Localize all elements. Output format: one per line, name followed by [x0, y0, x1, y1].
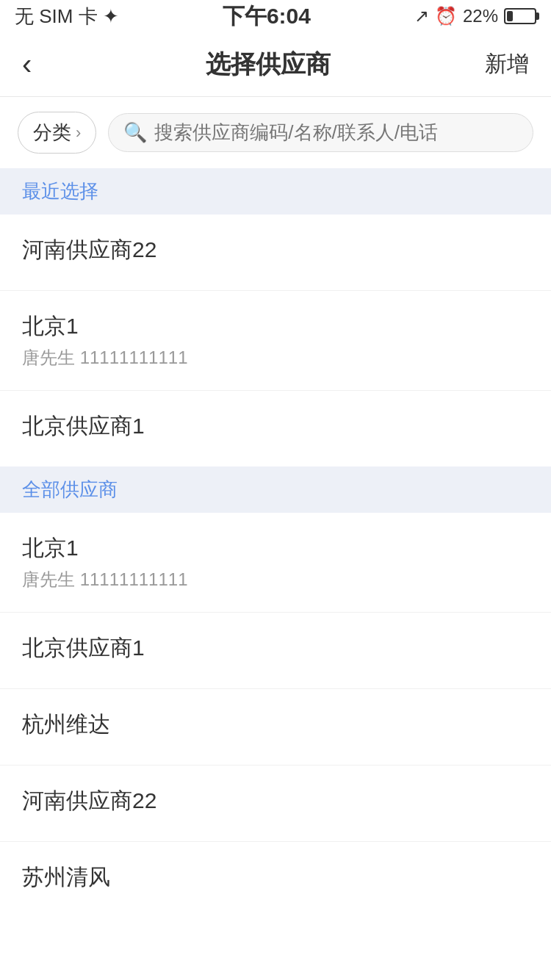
list-item[interactable]: 北京供应商1 — [0, 391, 551, 466]
item-name: 苏州清风 — [22, 862, 529, 893]
recent-section-header: 最近选择 — [0, 168, 551, 215]
status-right: ↗ ⏰ 22% — [414, 6, 536, 26]
category-label: 分类 — [33, 120, 71, 145]
battery-percent: 22% — [463, 6, 498, 26]
search-box[interactable]: 🔍 — [108, 113, 533, 152]
category-button[interactable]: 分类 › — [18, 112, 96, 154]
page-title: 选择供应商 — [66, 48, 470, 82]
list-item[interactable]: 杭州维达 — [0, 689, 551, 765]
chevron-right-icon: › — [76, 123, 81, 143]
recent-items-list: 河南供应商22北京1唐先生 11111111111北京供应商1 — [0, 215, 551, 466]
list-item[interactable]: 北京1唐先生 11111111111 — [0, 513, 551, 613]
battery-icon — [504, 8, 536, 24]
search-icon: 🔍 — [123, 121, 147, 144]
item-name: 杭州维达 — [22, 710, 529, 740]
item-name: 北京1 — [22, 533, 529, 563]
status-bar: 无 SIM 卡 ✦ 下午6:04 ↗ ⏰ 22% — [0, 0, 551, 32]
list-item[interactable]: 北京1唐先生 11111111111 — [0, 291, 551, 391]
search-input[interactable] — [154, 121, 518, 144]
all-section-header: 全部供应商 — [0, 466, 551, 513]
list-item[interactable]: 苏州清风 — [0, 842, 551, 918]
list-item[interactable]: 河南供应商22 — [0, 215, 551, 291]
status-time: 下午6:04 — [223, 1, 311, 32]
item-name: 河南供应商22 — [22, 235, 529, 265]
all-section-label: 全部供应商 — [22, 478, 118, 500]
item-name: 北京供应商1 — [22, 411, 529, 442]
recent-section-label: 最近选择 — [22, 180, 98, 202]
location-icon: ↗ — [414, 6, 429, 26]
nav-bar: ‹ 选择供应商 新增 — [0, 32, 551, 97]
alarm-icon: ⏰ — [435, 6, 457, 26]
add-button[interactable]: 新增 — [470, 49, 529, 79]
item-name: 北京供应商1 — [22, 633, 529, 663]
item-sub: 唐先生 11111111111 — [22, 568, 529, 591]
list-item[interactable]: 河南供应商22 — [0, 765, 551, 842]
all-items-list: 北京1唐先生 11111111111北京供应商1杭州维达河南供应商22苏州清风 — [0, 513, 551, 918]
list-item[interactable]: 北京供应商1 — [0, 613, 551, 689]
item-name: 北京1 — [22, 311, 529, 342]
item-name: 河南供应商22 — [22, 786, 529, 816]
status-left: 无 SIM 卡 ✦ — [15, 4, 119, 29]
search-filter-area: 分类 › 🔍 — [0, 97, 551, 168]
back-button[interactable]: ‹ — [22, 48, 66, 81]
item-sub: 唐先生 11111111111 — [22, 346, 529, 370]
